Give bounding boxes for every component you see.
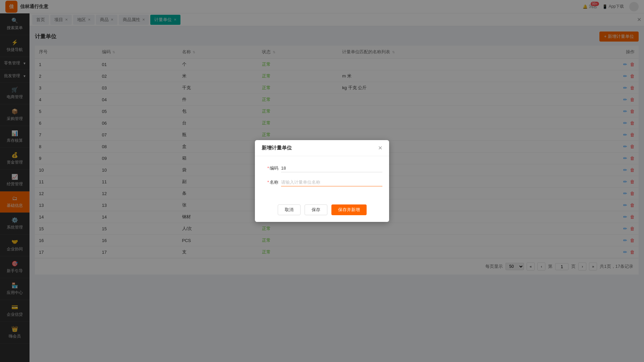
save-button[interactable]: 保存 [305,204,327,215]
required-star: * [267,180,269,185]
cancel-button[interactable]: 取消 [278,204,301,215]
save-and-new-button[interactable]: 保存并新增 [331,204,367,215]
name-label: *名称 [262,179,278,185]
form-row-name: *名称 [262,178,382,186]
modal-overlay[interactable]: 新增计量单位 ✕ *编码 *名称 取消 保存 保存并新增 [0,0,644,362]
form-row-code: *编码 [262,164,382,172]
modal-body: *编码 *名称 [255,156,389,200]
add-measure-unit-modal: 新增计量单位 ✕ *编码 *名称 取消 保存 保存并新增 [255,140,389,222]
modal-close-button[interactable]: ✕ [378,145,382,151]
modal-title: 新增计量单位 [262,145,292,151]
modal-footer: 取消 保存 保存并新增 [255,200,389,222]
code-label: *编码 [262,165,278,171]
code-input[interactable] [281,164,382,172]
name-input[interactable] [281,178,382,186]
modal-header: 新增计量单位 ✕ [255,140,389,156]
required-star: * [267,166,269,171]
